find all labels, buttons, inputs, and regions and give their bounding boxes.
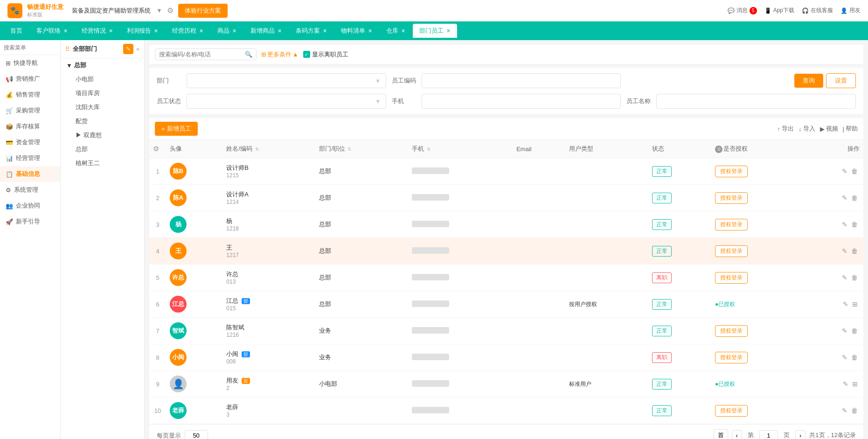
sidebar-item-finance[interactable]: 💳 资金管理 <box>0 134 60 150</box>
delete-btn-1[interactable]: 🗑 <box>851 167 858 175</box>
delete-btn-10[interactable]: 🗑 <box>851 407 858 414</box>
nav-tab-history[interactable]: 经营历程 ✕ <box>166 24 210 38</box>
sidebar-item-guide[interactable]: 🚀 新手引导 <box>0 214 60 230</box>
online-service-button[interactable]: 🎧 在线客服 <box>802 7 833 14</box>
filter-phone-input[interactable] <box>422 94 621 109</box>
nav-tab-bom-close[interactable]: ✕ <box>368 28 372 34</box>
nav-tab-warehouse-close[interactable]: ✕ <box>401 28 405 34</box>
auth-btn-5[interactable]: 授权登录 <box>715 272 748 284</box>
export-button[interactable]: ↑ 导出 <box>778 125 794 133</box>
th-gear[interactable]: ⚙ <box>149 140 166 158</box>
nav-tab-add-goods[interactable]: 新增商品 ✕ <box>244 24 288 38</box>
filter-name-input[interactable] <box>656 94 856 109</box>
user-button[interactable]: 👤 用友 <box>840 7 861 14</box>
dept-item-peihuo[interactable]: 配货 <box>70 114 144 128</box>
delete-btn-7[interactable]: 🗑 <box>851 327 858 334</box>
filter-status-select[interactable]: ▼ <box>187 94 386 109</box>
sidebar-item-sales[interactable]: 💰 销售管理 <box>0 87 60 103</box>
import-button[interactable]: ↓ 导入 <box>799 125 815 133</box>
dept-item-zhishu[interactable]: 植树王二 <box>70 156 144 170</box>
nav-tab-operation-close[interactable]: ✕ <box>109 28 113 34</box>
edit-btn-3[interactable]: ✎ <box>842 221 847 228</box>
prev-page-button[interactable]: ‹ <box>732 430 742 439</box>
nav-tab-barcode[interactable]: 条码方案 ✕ <box>289 24 333 38</box>
dept-item-zongbu[interactable]: 总部 <box>70 142 144 156</box>
edit-btn-9[interactable]: ✎ <box>843 380 848 388</box>
edit-btn-5[interactable]: ✎ <box>842 274 847 281</box>
nav-tab-operation[interactable]: 经营情况 ✕ <box>75 24 119 38</box>
auth-btn-4[interactable]: 授权登录 <box>715 245 748 257</box>
set-button[interactable]: 设置 <box>826 73 856 88</box>
search-input[interactable] <box>159 51 243 58</box>
edit-btn-8[interactable]: ✎ <box>842 354 847 361</box>
sidebar-item-system[interactable]: ⚙ 系统管理 <box>0 182 60 198</box>
sidebar-item-purchase[interactable]: 🛒 采购管理 <box>0 103 60 118</box>
delete-btn-8[interactable]: 🗑 <box>851 354 858 361</box>
query-button[interactable]: 查询 <box>794 74 823 88</box>
first-page-button[interactable]: 首 <box>714 429 728 439</box>
next-page-button[interactable]: › <box>795 430 806 439</box>
edit-btn-1[interactable]: ✎ <box>842 167 847 175</box>
nav-tab-dept[interactable]: 部门员工 ✕ <box>413 24 457 38</box>
nav-tab-goods[interactable]: 商品 ✕ <box>211 24 243 38</box>
auth-btn-3[interactable]: 授权登录 <box>715 219 748 230</box>
filter-code-input[interactable] <box>422 73 621 88</box>
nav-tab-customer[interactable]: 客户联络 ✕ <box>30 24 74 38</box>
nav-tab-profit[interactable]: 利润报告 ✕ <box>120 24 165 38</box>
nav-tab-goods-close[interactable]: ✕ <box>232 28 236 34</box>
settings-icon[interactable]: ⚙ <box>167 6 174 15</box>
sidebar-item-business[interactable]: 📊 经营管理 <box>0 150 60 166</box>
message-button[interactable]: 💬 消息 5 <box>728 7 757 14</box>
dept-group-zongbu-title[interactable]: ▼ 总部 <box>61 58 144 72</box>
nav-tab-customer-close[interactable]: ✕ <box>63 28 68 34</box>
add-employee-button[interactable]: + 新增员工 <box>155 122 198 136</box>
edit-btn-7[interactable]: ✎ <box>842 327 847 334</box>
sidebar-item-basic[interactable]: 📋 基础信息 <box>0 166 60 182</box>
column-settings-icon[interactable]: ⚙ <box>153 145 159 153</box>
nav-tab-barcode-close[interactable]: ✕ <box>323 28 327 34</box>
auth-btn-7[interactable]: 授权登录 <box>715 325 748 337</box>
auth-btn-2[interactable]: 授权登录 <box>715 192 748 204</box>
th-name[interactable]: 姓名/编码 ⇅ <box>222 140 315 158</box>
edit-btn-4[interactable]: ✎ <box>842 247 847 255</box>
dropdown-arrow-icon[interactable]: ▼ <box>156 7 162 14</box>
show-resigned-toggle[interactable]: ✓ 显示离职员工 <box>303 50 348 59</box>
edit-btn-6[interactable]: ✎ <box>843 300 848 308</box>
dept-collapse-button[interactable]: « <box>136 46 139 52</box>
dept-edit-button[interactable]: ✎ <box>123 44 133 54</box>
delete-btn-3[interactable]: 🗑 <box>851 221 858 228</box>
help-button[interactable]: | 帮助 <box>843 125 858 133</box>
delete-btn-4[interactable]: 🗑 <box>851 247 858 255</box>
nav-tab-bom[interactable]: 物料清单 ✕ <box>334 24 379 38</box>
nav-tab-warehouse[interactable]: 仓库 ✕ <box>380 24 412 38</box>
dept-item-shuanglu[interactable]: ▶ 双鹿想 <box>70 128 144 142</box>
sidebar-item-marketing[interactable]: 📢 营销推广 <box>0 71 60 87</box>
auth-btn-8[interactable]: 授权登录 <box>715 352 748 363</box>
sidebar-item-inventory[interactable]: 📦 库存核算 <box>0 118 60 134</box>
page-number-input[interactable] <box>759 430 778 439</box>
edit-btn-10[interactable]: ✎ <box>842 407 847 414</box>
copy-btn-6[interactable]: ⊞ <box>852 300 858 308</box>
edit-btn-2[interactable]: ✎ <box>842 194 847 202</box>
th-phone[interactable]: 手机 ⇅ <box>408 140 513 158</box>
more-filter-button[interactable]: ⊞ 更多条件 ▲ <box>261 50 299 59</box>
view-button[interactable]: ▶ 视频 <box>820 125 838 133</box>
copy-btn-9[interactable]: ⊞ <box>852 380 858 388</box>
auth-btn-1[interactable]: 授权登录 <box>715 166 748 177</box>
per-page-input[interactable] <box>185 430 208 439</box>
dept-item-xiaodian[interactable]: 小电部 <box>70 72 144 86</box>
nav-tab-profit-close[interactable]: ✕ <box>154 28 158 34</box>
sidebar-search-input[interactable] <box>4 44 61 51</box>
app-download-button[interactable]: 📱 App下载 <box>764 7 794 14</box>
nav-tab-add-goods-close[interactable]: ✕ <box>278 28 282 34</box>
nav-tab-home[interactable]: 首页 <box>4 24 29 38</box>
dept-item-project[interactable]: 项目库房 <box>70 86 144 100</box>
sidebar-item-collab[interactable]: 👥 企业协同 <box>0 198 60 214</box>
auth-btn-10[interactable]: 授权登录 <box>715 405 748 417</box>
delete-btn-2[interactable]: 🗑 <box>851 194 858 202</box>
nav-tab-history-close[interactable]: ✕ <box>199 28 203 34</box>
trial-button[interactable]: 体验行业方案 <box>178 4 228 18</box>
delete-btn-5[interactable]: 🗑 <box>851 274 858 281</box>
filter-dept-select[interactable]: ▼ <box>187 73 386 88</box>
dept-item-shenyang[interactable]: 沈阳大库 <box>70 100 144 114</box>
